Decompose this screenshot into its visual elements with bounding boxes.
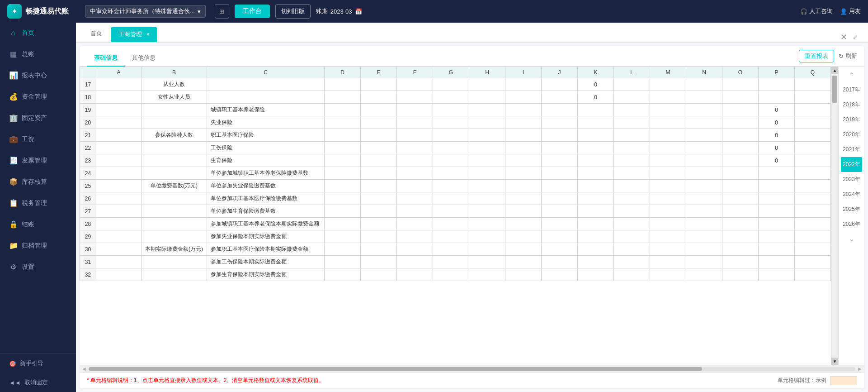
- cell-empty[interactable]: [686, 91, 722, 104]
- cell-q[interactable]: [795, 104, 831, 116]
- cell-empty[interactable]: [469, 205, 505, 218]
- sub-tab-basic[interactable]: 基础信息: [87, 50, 125, 67]
- cell-p[interactable]: 0: [759, 129, 795, 142]
- cell-q[interactable]: [795, 205, 831, 218]
- cell-empty[interactable]: [505, 230, 542, 243]
- cell-k[interactable]: [578, 230, 614, 243]
- cell-empty[interactable]: [361, 205, 397, 218]
- cell-empty[interactable]: [397, 256, 433, 268]
- spreadsheet-container[interactable]: A B C D E F G H I J: [80, 67, 831, 365]
- cell-empty[interactable]: [614, 142, 650, 154]
- cell-empty[interactable]: [361, 230, 397, 243]
- cell-p[interactable]: [759, 218, 795, 230]
- cell-empty[interactable]: [325, 142, 361, 154]
- cell-empty[interactable]: [650, 205, 686, 218]
- cell-empty[interactable]: [325, 256, 361, 268]
- year-item[interactable]: 2026年: [841, 217, 862, 232]
- cell-q[interactable]: [795, 142, 831, 154]
- cell-empty[interactable]: [722, 91, 759, 104]
- cell-q[interactable]: [795, 256, 831, 268]
- cell-empty[interactable]: [650, 104, 686, 116]
- cell-empty[interactable]: [686, 142, 722, 154]
- cell-empty[interactable]: [361, 78, 397, 91]
- cell-empty[interactable]: [542, 116, 578, 129]
- cell-empty[interactable]: [722, 230, 759, 243]
- cell-empty[interactable]: [361, 218, 397, 230]
- cell-empty[interactable]: [505, 256, 542, 268]
- cell-empty[interactable]: [469, 256, 505, 268]
- cell-q[interactable]: [795, 180, 831, 192]
- cell-a[interactable]: [96, 243, 142, 256]
- cell-b[interactable]: [142, 192, 207, 205]
- cell-empty[interactable]: [542, 154, 578, 167]
- archive-icon[interactable]: ⊞: [215, 4, 229, 19]
- cell-empty[interactable]: [469, 180, 505, 192]
- cell-k[interactable]: 0: [578, 78, 614, 91]
- year-nav-up[interactable]: ⌃: [839, 68, 864, 82]
- unpin-item[interactable]: ◄◄ 取消固定: [0, 373, 76, 392]
- cell-empty[interactable]: [469, 91, 505, 104]
- cell-empty[interactable]: [361, 91, 397, 104]
- cell-b[interactable]: 女性从业人员: [142, 91, 207, 104]
- cell-empty[interactable]: [650, 180, 686, 192]
- cell-empty[interactable]: [542, 256, 578, 268]
- cell-q[interactable]: [795, 230, 831, 243]
- cell-c[interactable]: 城镇职工基本养老保险: [207, 104, 325, 116]
- cell-p[interactable]: [759, 167, 795, 180]
- cell-empty[interactable]: [542, 192, 578, 205]
- cell-empty[interactable]: [542, 230, 578, 243]
- year-item[interactable]: 2020年: [841, 127, 862, 142]
- cell-empty[interactable]: [361, 192, 397, 205]
- hscroll-right-btn[interactable]: ►: [857, 366, 863, 372]
- cell-a[interactable]: [96, 116, 142, 129]
- cell-p[interactable]: [759, 91, 795, 104]
- cell-empty[interactable]: [325, 268, 361, 281]
- cell-empty[interactable]: [650, 142, 686, 154]
- cell-empty[interactable]: [722, 192, 759, 205]
- cell-p[interactable]: [759, 78, 795, 91]
- cell-a[interactable]: [96, 91, 142, 104]
- refresh-button[interactable]: ↻ 刷新: [839, 50, 857, 62]
- cell-a[interactable]: [96, 205, 142, 218]
- cell-empty[interactable]: [397, 78, 433, 91]
- user-area[interactable]: 👤 用友: [840, 7, 861, 15]
- scroll-down-btn[interactable]: ▼: [831, 358, 838, 365]
- cell-empty[interactable]: [650, 230, 686, 243]
- cell-a[interactable]: [96, 142, 142, 154]
- cell-b[interactable]: [142, 116, 207, 129]
- tab-close-icon[interactable]: ×: [146, 31, 150, 38]
- cell-k[interactable]: 0: [578, 91, 614, 104]
- cell-empty[interactable]: [650, 154, 686, 167]
- cell-empty[interactable]: [686, 167, 722, 180]
- cell-k[interactable]: [578, 142, 614, 154]
- cell-empty[interactable]: [361, 256, 397, 268]
- cell-empty[interactable]: [614, 192, 650, 205]
- tab-biz-mgmt[interactable]: 工商管理 ×: [111, 27, 157, 42]
- cell-empty[interactable]: [397, 192, 433, 205]
- year-item[interactable]: 2018年: [841, 97, 862, 112]
- new-guide-item[interactable]: 🎯 新手引导: [0, 354, 76, 373]
- cell-empty[interactable]: [397, 154, 433, 167]
- cell-empty[interactable]: [542, 142, 578, 154]
- cell-q[interactable]: [795, 192, 831, 205]
- cell-empty[interactable]: [361, 129, 397, 142]
- cell-empty[interactable]: [650, 268, 686, 281]
- cell-empty[interactable]: [505, 192, 542, 205]
- cell-c[interactable]: 参加失业保险本期实际缴费金额: [207, 230, 325, 243]
- tab-home[interactable]: 首页: [83, 26, 109, 42]
- cell-empty[interactable]: [505, 180, 542, 192]
- sidebar-item-inventory[interactable]: 📦 库存核算: [0, 171, 76, 192]
- cell-b[interactable]: [142, 142, 207, 154]
- cell-p[interactable]: [759, 268, 795, 281]
- cell-a[interactable]: [96, 104, 142, 116]
- cell-empty[interactable]: [397, 230, 433, 243]
- cell-empty[interactable]: [650, 116, 686, 129]
- cell-empty[interactable]: [614, 230, 650, 243]
- cell-k[interactable]: [578, 180, 614, 192]
- cell-empty[interactable]: [722, 180, 759, 192]
- cell-empty[interactable]: [469, 129, 505, 142]
- cell-k[interactable]: [578, 268, 614, 281]
- cell-empty[interactable]: [469, 268, 505, 281]
- cell-empty[interactable]: [361, 243, 397, 256]
- cell-c[interactable]: 失业保险: [207, 116, 325, 129]
